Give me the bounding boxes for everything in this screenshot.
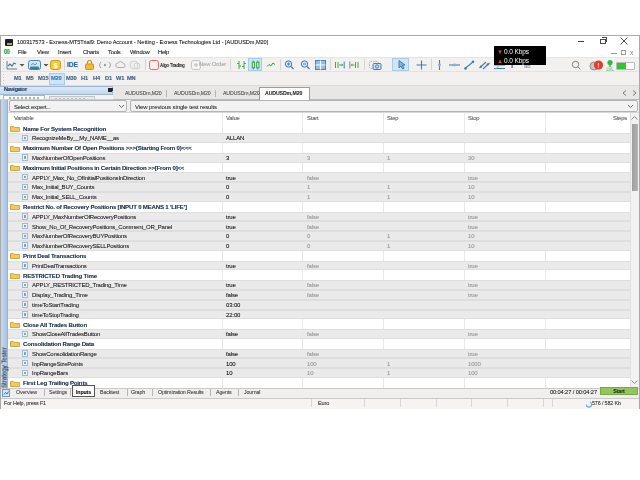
svg-text:LVL: LVL (606, 67, 614, 72)
svg-text:!: ! (598, 62, 600, 69)
